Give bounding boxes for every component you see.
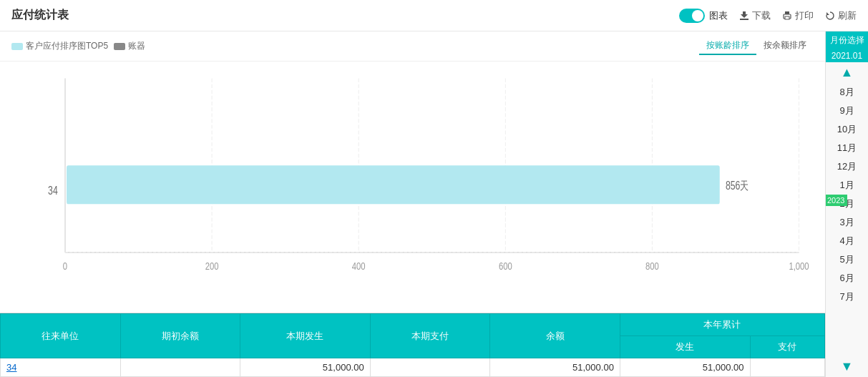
month-item-6[interactable]: 6月 <box>826 269 868 288</box>
cell-opening <box>120 358 240 377</box>
year-divider: 1月 2023 <box>826 176 868 195</box>
svg-rect-3 <box>785 16 789 19</box>
legend-item-account: 账器 <box>114 40 145 52</box>
cell-balance: 51,000.00 <box>490 358 620 377</box>
chart-toggle-group[interactable]: 图表 <box>679 9 728 23</box>
page-title: 应付统计表 <box>11 8 69 23</box>
header-actions: 图表 下载 打印 刷新 <box>679 9 857 23</box>
legend-color-bar <box>11 43 23 50</box>
col-ytd-pay-header: 支付 <box>750 336 824 358</box>
cell-occur: 51,000.00 <box>240 358 371 377</box>
month-sidebar: 月份选择 2021.01 ▲ 8月 9月 10月 11月 12月 1月 2023… <box>825 31 868 377</box>
month-item-11[interactable]: 11月 <box>826 139 868 157</box>
svg-rect-2 <box>785 11 789 14</box>
col-occur-header: 本期发生 <box>240 314 371 358</box>
col-balance-header: 余额 <box>490 314 620 358</box>
col-unit-header: 往来单位 <box>1 314 121 358</box>
legend-label-top5: 客户应付排序图TOP5 <box>26 40 108 52</box>
download-button[interactable]: 下载 <box>739 9 771 22</box>
chart-toolbar: 客户应付排序图TOP5 账器 按账龄排序 按余额排序 <box>0 31 825 62</box>
month-item-7[interactable]: 7月 <box>826 288 868 306</box>
col-ytd-header: 本年累计 <box>620 314 824 336</box>
month-item-5[interactable]: 5月 <box>826 250 868 269</box>
svg-text:1,000: 1,000 <box>789 260 809 273</box>
legend-label-account: 账器 <box>128 40 145 52</box>
print-button[interactable]: 打印 <box>782 9 814 22</box>
unit-link[interactable]: 34 <box>6 362 16 373</box>
svg-text:34: 34 <box>48 184 58 197</box>
scroll-up-button[interactable]: ▲ <box>826 62 868 83</box>
legend-color-account <box>114 43 125 50</box>
chart-toggle[interactable] <box>679 9 705 23</box>
month-item-3[interactable]: 3月 <box>826 213 868 232</box>
month-item-12[interactable]: 12月 <box>826 157 868 176</box>
table-body: 34 51,000.00 51,000.00 51,000.00 <box>1 358 825 377</box>
refresh-button[interactable]: 刷新 <box>825 9 857 22</box>
cell-ytd-pay <box>750 358 824 377</box>
svg-text:400: 400 <box>352 260 366 273</box>
month-item-1-jan[interactable]: 1月 <box>826 176 868 195</box>
col-ytd-occur-header: 发生 <box>620 336 750 358</box>
sidebar-current-date: 2021.01 <box>826 49 868 62</box>
svg-rect-0 <box>740 19 748 20</box>
sort-by-balance-btn[interactable]: 按余额排序 <box>756 37 814 55</box>
data-table: 往来单位 期初余额 本期发生 本期支付 余额 本年累计 发生 支付 <box>0 313 825 377</box>
scroll-down-button[interactable]: ▼ <box>826 356 868 377</box>
month-list: 8月 9月 10月 11月 12月 1月 2023 2月 3月 4月 5月 6月… <box>826 83 868 356</box>
col-pay-header: 本期支付 <box>370 314 490 358</box>
download-label: 下载 <box>752 9 771 22</box>
month-item-4[interactable]: 4月 <box>826 232 868 250</box>
refresh-label: 刷新 <box>838 9 857 22</box>
print-label: 打印 <box>795 9 814 22</box>
cell-ytd-occur: 51,000.00 <box>620 358 750 377</box>
cell-unit: 34 <box>1 358 121 377</box>
col-opening-header: 期初余额 <box>120 314 240 358</box>
legend-group: 客户应付排序图TOP5 账器 <box>11 40 145 52</box>
month-item-8[interactable]: 8月 <box>826 83 868 102</box>
data-table-section: 往来单位 期初余额 本期发生 本期支付 余额 本年累计 发生 支付 <box>0 313 825 377</box>
svg-text:600: 600 <box>499 260 512 273</box>
legend-item-bar: 客户应付排序图TOP5 <box>11 40 108 52</box>
svg-text:0: 0 <box>63 260 67 273</box>
sidebar-title: 月份选择 <box>826 31 868 49</box>
svg-text:856天: 856天 <box>726 179 748 192</box>
cell-pay <box>370 358 490 377</box>
sort-buttons: 按账龄排序 按余额排序 <box>699 37 814 55</box>
refresh-icon <box>825 11 835 21</box>
table-row: 34 51,000.00 51,000.00 51,000.00 <box>1 358 825 377</box>
svg-text:200: 200 <box>205 260 219 273</box>
year-badge: 2023 <box>826 195 847 206</box>
table-wrapper: 往来单位 期初余额 本期发生 本期支付 余额 本年累计 发生 支付 <box>0 313 825 377</box>
month-item-10[interactable]: 10月 <box>826 120 868 139</box>
chart-toggle-label: 图表 <box>709 9 728 22</box>
download-icon <box>739 11 749 21</box>
svg-rect-13 <box>67 165 720 204</box>
month-item-9[interactable]: 9月 <box>826 102 868 120</box>
bar-chart: 34 856天 0 200 400 600 800 1,000 <box>36 69 814 291</box>
chart-area: 34 856天 0 200 400 600 800 1,000 <box>0 62 825 313</box>
sort-by-accounts-btn[interactable]: 按账龄排序 <box>699 37 756 55</box>
svg-text:800: 800 <box>645 260 659 273</box>
print-icon <box>782 11 792 21</box>
